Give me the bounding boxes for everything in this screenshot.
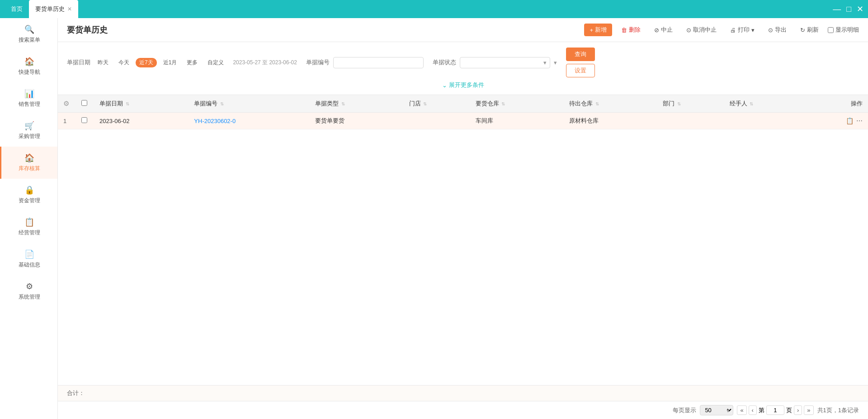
cell-date: 2023-06-02 bbox=[94, 113, 189, 129]
expand-icon: ⌄ bbox=[442, 82, 447, 89]
cell-actions: 📋 ⋯ bbox=[804, 113, 868, 129]
shortcut-yesterday[interactable]: 昨天 bbox=[94, 58, 112, 67]
expand-button[interactable]: ⌄ 展开更多条件 bbox=[442, 81, 484, 89]
top-bar-right: — □ ✕ bbox=[833, 4, 863, 14]
print-button[interactable]: 🖨 打印 ▾ bbox=[726, 24, 759, 36]
th-date-label: 单据日期 bbox=[99, 100, 123, 107]
per-page-select[interactable]: 20 50 100 200 bbox=[700, 405, 733, 415]
th-handler[interactable]: 经手人 ⇅ bbox=[724, 95, 804, 113]
sidebar-item-basic-info[interactable]: 📄 基础信息 bbox=[0, 243, 57, 275]
doc-no-link[interactable]: YH-20230602-0 bbox=[194, 118, 236, 124]
refresh-button[interactable]: ↻ 刷新 bbox=[796, 24, 823, 36]
status-select-wrapper bbox=[460, 57, 550, 68]
summary-label: 合计： bbox=[67, 389, 85, 397]
query-button[interactable]: 查询 bbox=[566, 48, 595, 61]
tab-requisition-history[interactable]: 要货单历史 ✕ bbox=[29, 0, 78, 18]
system-icon: ⚙ bbox=[26, 281, 33, 291]
purchase-icon: 🛒 bbox=[24, 121, 34, 131]
th-doc-no[interactable]: 单据编号 ⇅ bbox=[189, 95, 310, 113]
sidebar-label-search-menu: 搜索菜单 bbox=[19, 36, 40, 44]
table-body: 1 2023-06-02 YH-20230602-0 要货单要货 bbox=[58, 113, 868, 129]
th-settings[interactable]: ⚙ bbox=[58, 95, 76, 113]
th-req-warehouse-label: 要货仓库 bbox=[476, 100, 499, 107]
th-doc-type-label: 单据类型 bbox=[315, 100, 339, 107]
sort-pending-warehouse-icon: ⇅ bbox=[595, 101, 599, 106]
delete-icon: 🗑 bbox=[621, 27, 627, 33]
sidebar-item-inventory-mgmt[interactable]: 🏠 库存核算 bbox=[0, 147, 57, 179]
date-filter-group: 单据日期 昨天 今天 近7天 近1月 更多 自定义 2023-05-27 至 2… bbox=[67, 58, 297, 67]
th-req-warehouse[interactable]: 要货仓库 ⇅ bbox=[470, 95, 564, 113]
shortcut-more[interactable]: 更多 bbox=[183, 58, 201, 67]
status-select[interactable] bbox=[460, 57, 550, 68]
sort-date-icon: ⇅ bbox=[126, 101, 129, 106]
inventory-icon: 🏠 bbox=[24, 153, 34, 163]
shortcut-1month[interactable]: 近1月 bbox=[160, 58, 181, 67]
sidebar-item-search-menu[interactable]: 🔍 搜索菜单 bbox=[0, 18, 57, 50]
stop-button[interactable]: ⊘ 中止 bbox=[650, 24, 677, 36]
sidebar-item-operations-mgmt[interactable]: 📋 经营管理 bbox=[0, 211, 57, 243]
first-page-button[interactable]: « bbox=[737, 405, 746, 415]
sidebar-item-sales-mgmt[interactable]: 📊 销售管理 bbox=[0, 82, 57, 114]
print-icon: 🖨 bbox=[730, 27, 736, 33]
sidebar-item-quick-nav[interactable]: 🏠 快捷导航 bbox=[0, 50, 57, 82]
next-page-button[interactable]: › bbox=[794, 405, 802, 415]
last-page-button[interactable]: » bbox=[804, 405, 813, 415]
page-label-first: 第 bbox=[759, 406, 764, 414]
sales-icon: 📊 bbox=[24, 89, 34, 99]
sidebar-item-purchase-mgmt[interactable]: 🛒 采购管理 bbox=[0, 114, 57, 147]
shortcut-today[interactable]: 今天 bbox=[115, 58, 133, 67]
setting-button[interactable]: 设置 bbox=[566, 64, 595, 77]
cell-num: 1 bbox=[58, 113, 76, 129]
th-doc-no-label: 单据编号 bbox=[194, 100, 217, 107]
th-store[interactable]: 门店 ⇅ bbox=[404, 95, 470, 113]
th-handler-label: 经手人 bbox=[730, 100, 747, 107]
th-pending-warehouse[interactable]: 待出仓库 ⇅ bbox=[564, 95, 657, 113]
tab-home[interactable]: 首页 bbox=[5, 0, 29, 18]
edit-icon[interactable]: 📋 bbox=[846, 117, 854, 124]
new-button[interactable]: + 新增 bbox=[584, 24, 612, 36]
main-layout: 🔍 搜索菜单 🏠 快捷导航 📊 销售管理 🛒 采购管理 🏠 库存核算 🔒 资金管… bbox=[0, 18, 868, 419]
sidebar-label-operations-mgmt: 经营管理 bbox=[19, 229, 40, 237]
display-detail-checkbox[interactable] bbox=[828, 27, 834, 33]
tab-close-icon[interactable]: ✕ bbox=[67, 6, 72, 12]
export-button[interactable]: ⊙ 导出 bbox=[764, 24, 791, 36]
sidebar-label-purchase-mgmt: 采购管理 bbox=[19, 133, 40, 140]
action-icons: 📋 ⋯ bbox=[810, 117, 863, 124]
more-icon[interactable]: ⋯ bbox=[856, 117, 863, 124]
select-all-checkbox[interactable] bbox=[81, 100, 87, 106]
close-window-icon[interactable]: ✕ bbox=[857, 4, 863, 14]
filter-actions: 查询 设置 bbox=[566, 48, 595, 77]
cell-req-warehouse: 车间库 bbox=[470, 113, 564, 129]
sidebar-item-finance-mgmt[interactable]: 🔒 资金管理 bbox=[0, 179, 57, 211]
maximize-icon[interactable]: □ bbox=[846, 5, 851, 14]
per-page-select-wrapper: 20 50 100 200 bbox=[700, 405, 733, 415]
basic-info-icon: 📄 bbox=[24, 249, 34, 259]
cell-doc-no: YH-20230602-0 bbox=[189, 113, 310, 129]
th-dept[interactable]: 部门 ⇅ bbox=[657, 95, 724, 113]
sidebar-item-system-mgmt[interactable]: ⚙ 系统管理 bbox=[0, 275, 57, 307]
doc-no-input[interactable] bbox=[333, 57, 424, 68]
shortcut-custom[interactable]: 自定义 bbox=[204, 58, 227, 67]
sidebar-label-inventory-mgmt: 库存核算 bbox=[19, 165, 40, 172]
operations-icon: 📋 bbox=[24, 217, 34, 227]
cell-checkbox bbox=[76, 113, 94, 129]
shortcut-7days[interactable]: 近7天 bbox=[136, 58, 157, 67]
prev-page-button[interactable]: ‹ bbox=[749, 405, 757, 415]
th-checkbox bbox=[76, 95, 94, 113]
display-detail-toggle[interactable]: 显示明细 bbox=[828, 26, 859, 34]
delete-button[interactable]: 🗑 删除 bbox=[617, 24, 645, 36]
content-area: 要货单历史 + 新增 🗑 删除 ⊘ 中止 ⊙ 取消中止 bbox=[58, 18, 868, 419]
th-date[interactable]: 单据日期 ⇅ bbox=[94, 95, 189, 113]
page-input[interactable] bbox=[766, 405, 784, 415]
status-dropdown-icon: ▾ bbox=[554, 59, 557, 66]
minimize-icon[interactable]: — bbox=[833, 5, 841, 14]
th-store-label: 门店 bbox=[409, 100, 421, 107]
th-doc-type[interactable]: 单据类型 ⇅ bbox=[310, 95, 403, 113]
settings-icon[interactable]: ⚙ bbox=[63, 100, 69, 107]
row-checkbox[interactable] bbox=[81, 117, 87, 123]
cancel-stop-button[interactable]: ⊙ 取消中止 bbox=[682, 24, 721, 36]
total-info: 共1页，1条记录 bbox=[817, 406, 859, 414]
sidebar: 🔍 搜索菜单 🏠 快捷导航 📊 销售管理 🛒 采购管理 🏠 库存核算 🔒 资金管… bbox=[0, 18, 58, 419]
date-range-display: 2023-05-27 至 2023-06-02 bbox=[233, 59, 297, 67]
sort-dept-icon: ⇅ bbox=[677, 101, 681, 106]
